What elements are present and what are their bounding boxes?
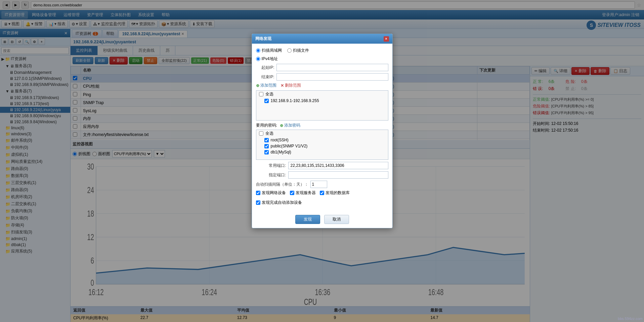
password-all-checkbox[interactable] <box>259 131 263 136</box>
dialog-footer: 发现 取消 <box>252 212 392 228</box>
range-all-label: 全选 <box>265 91 273 97</box>
discover-options: 发现网络设备 发现服务器 发现的数据库 发现完成自动添加设备 <box>256 190 388 205</box>
discover-server-checkbox[interactable] <box>290 191 294 195</box>
cross-icon: ✕ <box>281 83 284 88</box>
password-root-label: root(SSH) <box>271 138 289 142</box>
discover-server-label[interactable]: 发现服务器 <box>290 190 316 196</box>
ipv4-radio[interactable] <box>256 57 260 61</box>
end-ip-label: 结束IP: <box>256 74 274 80</box>
end-ip-row: 结束IP: <box>256 73 388 81</box>
range-list: 全选 192.168.9.1-192.168.9.255 <box>256 90 388 121</box>
password-section-header: 要用的密码: ⊕ 添加密码 <box>256 123 388 128</box>
custom-port-input[interactable] <box>288 171 388 179</box>
interval-row: 自动扫描间隔（单位：天）： <box>256 181 388 188</box>
dialog-overlay: 网络发现 × 扫描局域网 扫描文件 IPv4地址 <box>0 0 644 322</box>
password-list: 全选 root(SSH) public(SNMP V1/V2) db1(MySq… <box>256 130 388 160</box>
network-discover-dialog: 网络发现 × 扫描局域网 扫描文件 IPv4地址 <box>252 34 393 228</box>
range-actions: ⊕ 添加范围 ✕ 删除范围 <box>256 83 388 88</box>
interval-input[interactable] <box>310 181 327 188</box>
ipv4-radio-label[interactable]: IPv4地址 <box>256 56 388 62</box>
dialog-close-btn[interactable]: × <box>384 36 389 42</box>
scan-domain-radio-label[interactable]: 扫描局域网 <box>256 48 282 53</box>
discover-btn[interactable]: 发现 <box>295 215 320 224</box>
interval-label: 自动扫描间隔（单位：天）： <box>256 182 308 187</box>
discover-db-checkbox[interactable] <box>320 191 324 195</box>
plus-icon: ⊕ <box>256 83 259 88</box>
del-range-btn[interactable]: ✕ 删除范围 <box>281 83 301 88</box>
range-select-all[interactable]: 全选 <box>256 91 388 98</box>
watermark: bbs.594zz.com <box>618 317 643 321</box>
range-item-1[interactable]: 192.168.9.1-192.168.9.255 <box>256 98 388 104</box>
add-range-btn[interactable]: ⊕ 添加范围 <box>256 83 276 88</box>
range-value: 192.168.9.1-192.168.9.255 <box>271 98 319 103</box>
password-item-root[interactable]: root(SSH) <box>256 137 388 143</box>
scan-file-radio-label[interactable]: 扫描文件 <box>287 48 309 53</box>
password-item-public[interactable]: public(SNMP V1/V2) <box>256 143 388 149</box>
custom-port-row: 指定端口: <box>256 171 388 179</box>
range-all-checkbox[interactable] <box>259 92 263 96</box>
start-ip-row: 起始IP: <box>256 64 388 71</box>
end-ip-input[interactable] <box>276 73 388 81</box>
plus-icon2: ⊕ <box>280 123 283 128</box>
password-root-checkbox[interactable] <box>264 138 269 142</box>
ipv4-label: IPv4地址 <box>262 56 278 62</box>
start-ip-input[interactable] <box>276 64 388 71</box>
password-public-label: public(SNMP V1/V2) <box>271 144 308 148</box>
password-public-checkbox[interactable] <box>264 144 269 148</box>
password-select-all[interactable]: 全选 <box>256 130 388 137</box>
password-db1-label: db1(MySql) <box>271 150 291 154</box>
dialog-title: 网络发现 <box>255 36 271 42</box>
scan-type-group: 扫描局域网 扫描文件 <box>256 48 388 53</box>
scan-domain-radio[interactable] <box>256 48 260 53</box>
custom-port-label: 指定端口: <box>256 172 286 178</box>
discover-network-label[interactable]: 发现网络设备 <box>256 190 286 196</box>
add-password-btn[interactable]: ⊕ 添加密码 <box>280 123 300 128</box>
ipv4-section: IPv4地址 <box>256 56 388 62</box>
common-port-row: 常用端口: <box>256 162 388 169</box>
scan-file-radio[interactable] <box>287 48 292 53</box>
auto-add-checkbox[interactable] <box>256 200 260 205</box>
start-ip-label: 起始IP: <box>256 65 274 71</box>
password-section-label: 要用的密码: <box>256 123 277 128</box>
dialog-title-bar: 网络发现 × <box>252 34 392 44</box>
dialog-body: 扫描局域网 扫描文件 IPv4地址 起始IP: <box>252 44 392 212</box>
common-port-label: 常用端口: <box>256 163 286 169</box>
password-db1-checkbox[interactable] <box>264 150 269 154</box>
range-checkbox[interactable] <box>264 99 269 103</box>
cancel-btn[interactable]: 取消 <box>324 215 349 224</box>
scan-domain-label: 扫描局域网 <box>262 48 282 53</box>
discover-network-checkbox[interactable] <box>256 191 260 195</box>
common-port-input[interactable] <box>288 162 388 169</box>
discover-db-label[interactable]: 发现的数据库 <box>320 190 350 196</box>
password-all-label: 全选 <box>265 131 273 136</box>
password-item-db1[interactable]: db1(MySql) <box>256 149 388 155</box>
scan-file-label: 扫描文件 <box>293 48 309 53</box>
auto-add-label[interactable]: 发现完成自动添加设备 <box>256 200 302 205</box>
